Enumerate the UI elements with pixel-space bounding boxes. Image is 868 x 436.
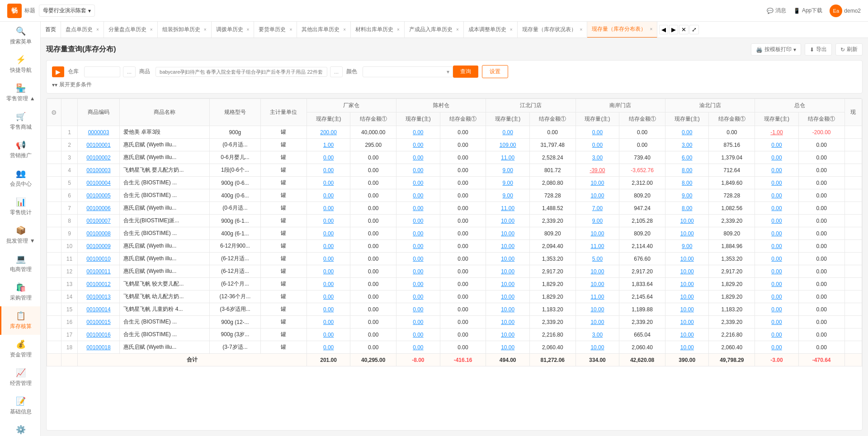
sidebar-item-inventory[interactable]: 📋 库存核算 (0, 306, 40, 335)
cell-seq: 18 (61, 341, 78, 354)
cell-na-amt: 2,339.20 (619, 316, 665, 328)
sidebar-item-wholesale[interactable]: 📦 批发管理 ▼ (0, 221, 40, 249)
cell-f-qty: 200.00 (307, 126, 350, 139)
cell-jb-amt: 2,060.40 (529, 341, 576, 354)
cell-code: 00100007 (78, 215, 120, 227)
cell-c-amt: 0.00 (440, 227, 486, 240)
tab-cost-adj[interactable]: 成本调整单历史 × (464, 22, 518, 38)
expand-conditions[interactable]: ▾▾ 展开更多条件 (52, 81, 857, 89)
tab-material-out[interactable]: 材料出库单历史 × (351, 22, 405, 38)
query-btn[interactable]: 查询 (453, 66, 478, 78)
message-btn[interactable]: 💬 消息 (767, 7, 786, 14)
tab-home[interactable]: 首页 (41, 22, 61, 38)
close-icon[interactable]: × (247, 27, 250, 32)
color-input[interactable] (363, 66, 453, 77)
col-seq (61, 99, 78, 126)
search-expand-btn[interactable]: ▶ (52, 66, 64, 77)
cell-yb-amt: 1,183.20 (709, 303, 755, 316)
tab-close-all-btn[interactable]: ✕ (679, 25, 689, 34)
cell-f-amt: 0.00 (350, 202, 396, 215)
sidebar-item-operation[interactable]: 📈 经营管理 (0, 363, 40, 392)
cell-seq: 10 (61, 240, 78, 253)
close-icon[interactable]: × (456, 27, 459, 32)
sidebar-item-finance[interactable]: 💰 资金管理 (0, 335, 40, 363)
sidebar-item-purchase[interactable]: 🛍️ 采购管理 (0, 278, 40, 306)
tab-expand-btn[interactable]: ⤢ (689, 25, 699, 34)
sidebar-item-ecommerce[interactable]: 💻 电商管理 (0, 249, 40, 278)
cell-f-qty: 0.00 (307, 303, 350, 316)
close-icon[interactable]: × (580, 27, 583, 32)
cell-c-qty: 0.00 (396, 341, 440, 354)
cell-jb-qty: 10.00 (486, 328, 530, 341)
cell-total-amt: 0.00 (798, 328, 844, 341)
goods-input[interactable] (156, 67, 327, 77)
summary-f-qty: 201.00 (307, 354, 350, 366)
tab-requisition[interactable]: 要货单历史 × (254, 22, 297, 38)
operation-icon: 📈 (16, 368, 26, 378)
close-icon[interactable]: × (510, 27, 513, 32)
close-icon[interactable]: × (289, 27, 292, 32)
close-icon[interactable]: × (650, 27, 652, 32)
logo-text: 标题 (24, 7, 35, 14)
cell-current (844, 215, 862, 227)
chevron-down-icon: ▾ (88, 8, 91, 14)
cell-yb-qty: 10.00 (665, 215, 709, 227)
table-row: 15 00100014 飞鹤星飞帆 儿童奶粉 4... (3-6岁适用... 罐… (47, 303, 862, 316)
gear-icon[interactable]: ⚙ (51, 109, 57, 116)
cell-na-qty: 10.00 (576, 227, 619, 240)
close-icon[interactable]: × (150, 27, 153, 32)
app-download-btn[interactable]: 📱 App下载 (793, 7, 822, 14)
sidebar-item-retail-stat[interactable]: 📊 零售统计 (0, 192, 40, 221)
cell-total-qty: 0.00 (755, 215, 799, 227)
table-row: 3 00100002 惠氏启赋 (Wyeth illu... 0-6月婴儿...… (47, 151, 862, 164)
tab-stock-status[interactable]: 现存量（库存状况表） × (518, 22, 588, 38)
tab-other-out[interactable]: 其他出库单历史 × (297, 22, 351, 38)
close-icon[interactable]: × (343, 27, 346, 32)
sidebar-item-system[interactable]: ⚙️ 系统管理 (0, 420, 40, 436)
cell-na-amt: 809.20 (619, 227, 665, 240)
tab-next-btn[interactable]: ▶ (669, 25, 678, 34)
cell-na-qty: 10.00 (576, 278, 619, 291)
cell-yb-qty: 8.00 (665, 164, 709, 177)
cell-jb-amt: 1,353.20 (529, 253, 576, 265)
settings-btn[interactable]: 设置 (482, 65, 508, 78)
sidebar-item-basic[interactable]: 📝 基础信息 (0, 392, 40, 420)
refresh-btn[interactable]: ↻ 刷新 (835, 43, 863, 56)
sidebar-item-retail-mgr[interactable]: 🏪 零售管理 ▲ (0, 79, 40, 107)
cell-spec: 1段(0-6个... (209, 164, 260, 177)
print-btn[interactable]: 🖨️ 按模板打印 ▾ (751, 43, 801, 56)
goods-more-btn[interactable]: ... (330, 66, 343, 77)
close-icon[interactable]: × (204, 27, 207, 32)
sidebar-item-retail-shop[interactable]: 🛒 零售商城 (0, 107, 40, 136)
warehouse-more-btn[interactable]: ... (123, 66, 136, 77)
org-selector[interactable]: 母婴行业演示陈套 ▾ (39, 5, 95, 17)
cell-seq: 11 (61, 253, 78, 265)
cell-yb-qty: 10.00 (665, 341, 709, 354)
cell-total-amt: 0.00 (798, 341, 844, 354)
cell-settings (47, 139, 61, 151)
sidebar-item-marketing[interactable]: 📢 营销推广 (0, 136, 40, 164)
tab-prev-btn[interactable]: ◀ (659, 25, 668, 34)
basic-icon: 📝 (16, 396, 26, 406)
tab-inventory-count[interactable]: 盘点单历史 × (61, 22, 104, 38)
tab-assembly[interactable]: 组装拆卸单历史 × (158, 22, 212, 38)
cell-unit: 罐 (261, 164, 307, 177)
sidebar-item-nav[interactable]: ⚡ 快捷导航 (0, 50, 40, 79)
cell-current (844, 126, 862, 139)
tab-stock-dist[interactable]: 现存量（库存分布表） × (587, 22, 657, 38)
export-btn[interactable]: ⬇ 导出 (805, 43, 832, 56)
logo-icon: 畅 (7, 4, 22, 18)
cell-seq: 8 (61, 215, 78, 227)
user-btn[interactable]: Ea demo2 (830, 5, 861, 17)
close-icon[interactable]: × (397, 27, 400, 32)
cell-total-qty: 0.00 (755, 227, 799, 240)
tab-finished-in[interactable]: 产成品入库单历史 × (405, 22, 464, 38)
warehouse-input[interactable] (84, 66, 120, 77)
cell-unit: 罐 (261, 151, 307, 164)
cell-unit: 罐 (261, 278, 307, 291)
tab-transfer[interactable]: 调拨单历史 × (212, 22, 255, 38)
close-icon[interactable]: × (96, 27, 99, 32)
sidebar-item-search[interactable]: 🔍 搜索英单 (0, 22, 40, 50)
sidebar-item-member[interactable]: 👥 会员中心 (0, 164, 40, 192)
tab-partial-count[interactable]: 分量盘点单历史 × (104, 22, 158, 38)
